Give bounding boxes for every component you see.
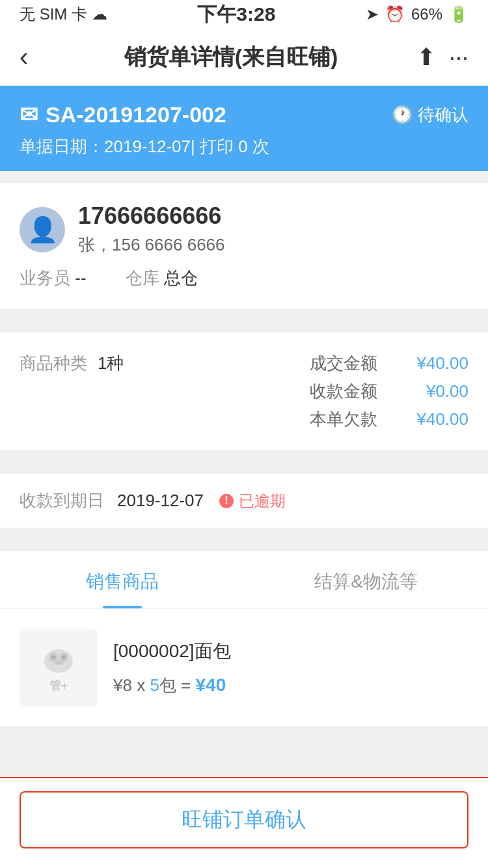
summary-left: 商品种类 1种 (20, 352, 244, 375)
nav-actions: ⬆ ··· (403, 44, 468, 71)
product-image: 管+ (20, 629, 98, 707)
salesperson-field: 业务员 -- (20, 267, 87, 290)
amount-row-3: 本单欠款 ¥40.00 (310, 408, 468, 431)
sim-status: 无 SIM 卡 ☁ (20, 4, 107, 25)
divider-3 (0, 528, 488, 539)
page-title: 销货单详情(来自旺铺) (59, 42, 403, 72)
summary-card: 商品种类 1种 成交金额 ¥40.00 收款金额 ¥0.00 本单欠款 ¥40.… (0, 332, 488, 450)
tab-sales-products[interactable]: 销售商品 (0, 551, 244, 608)
customer-name: 17666666666 (78, 202, 225, 230)
nav-bar: ‹ 销货单详情(来自旺铺) ⬆ ··· (0, 29, 488, 86)
customer-fields: 业务员 -- 仓库 总仓 (20, 267, 468, 290)
status-time: 下午3:28 (197, 1, 275, 28)
navigation-icon: ➤ (366, 5, 379, 23)
status-bar: 无 SIM 卡 ☁ 下午3:28 ➤ ⏰ 66% 🔋 (0, 0, 488, 29)
order-icon: ✉ (20, 102, 38, 128)
tab-settlement[interactable]: 结算&物流等 (244, 551, 488, 608)
customer-header: 👤 17666666666 张，156 6666 6666 (20, 202, 468, 256)
bottom-bar: 旺铺订单确认 (0, 777, 488, 868)
confirm-order-button[interactable]: 旺铺订单确认 (20, 791, 468, 848)
avatar-icon: 👤 (27, 215, 58, 244)
overdue-icon: ! (219, 494, 234, 508)
overdue-badge: ! 已逾期 (219, 491, 286, 511)
tabs-header: 销售商品 结算&物流等 (0, 551, 488, 609)
summary-right: 成交金额 ¥40.00 收款金额 ¥0.00 本单欠款 ¥40.00 (244, 352, 468, 431)
svg-point-6 (62, 656, 65, 658)
product-owl-icon (39, 642, 78, 674)
back-button[interactable]: ‹ (20, 42, 59, 72)
battery-level: 66% (411, 5, 442, 23)
status-right: ➤ ⏰ 66% 🔋 (366, 5, 468, 23)
product-brand-label: 管+ (49, 678, 68, 694)
divider-2 (0, 450, 488, 462)
warehouse-field: 仓库 总仓 (126, 267, 198, 290)
svg-point-5 (52, 656, 55, 658)
more-button[interactable]: ··· (449, 44, 468, 71)
product-price: ¥8 x 5包 = ¥40 (113, 674, 468, 697)
status-clock-icon: 🕐 (392, 105, 413, 125)
order-date: 单据日期：2019-12-07| 打印 0 次 (20, 135, 468, 158)
order-number: ✉ SA-20191207-002 (20, 102, 226, 128)
battery-icon: 🔋 (449, 5, 468, 23)
divider-1 (0, 309, 488, 321)
tabs-card: 销售商品 结算&物流等 管+ (0, 551, 488, 726)
amount-row-2: 收款金额 ¥0.00 (310, 380, 468, 403)
product-info: [0000002]面包 ¥8 x 5包 = ¥40 (113, 639, 468, 697)
product-name: [0000002]面包 (113, 639, 468, 664)
product-item: 管+ [0000002]面包 ¥8 x 5包 = ¥40 (0, 609, 488, 726)
alarm-icon: ⏰ (385, 5, 405, 23)
status-left: 无 SIM 卡 ☁ (20, 4, 107, 25)
due-date-card: 收款到期日 2019-12-07 ! 已逾期 (0, 474, 488, 528)
customer-card: 👤 17666666666 张，156 6666 6666 业务员 -- 仓库 … (0, 183, 488, 309)
order-status: 🕐 待确认 (392, 103, 468, 126)
avatar: 👤 (20, 207, 65, 252)
share-button[interactable]: ⬆ (416, 44, 436, 71)
order-banner: ✉ SA-20191207-002 🕐 待确认 单据日期：2019-12-07|… (0, 86, 488, 171)
amount-row-1: 成交金额 ¥40.00 (310, 352, 468, 375)
customer-sub: 张，156 6666 6666 (78, 234, 225, 256)
